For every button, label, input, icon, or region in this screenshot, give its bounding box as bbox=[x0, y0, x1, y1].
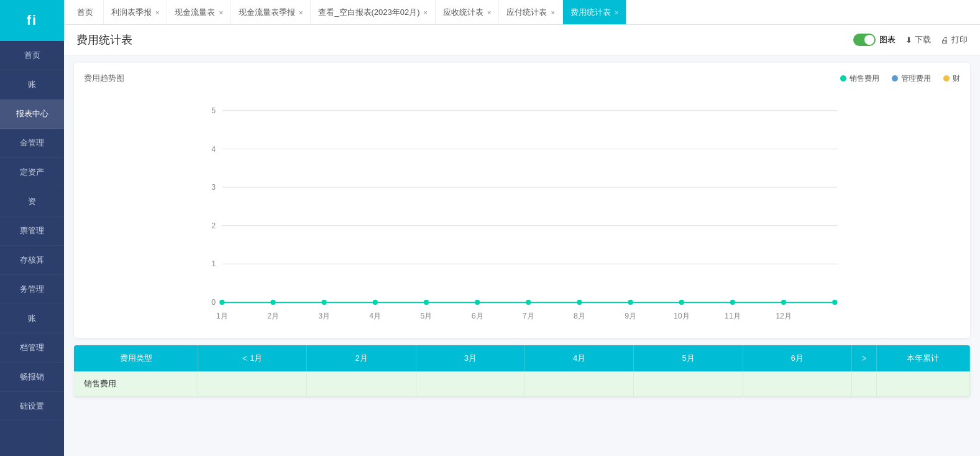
sidebar-item-sales[interactable]: 畅报销 bbox=[0, 363, 64, 392]
chart-legend: 销售费用 管理费用 财 bbox=[840, 73, 960, 84]
content-area: 费用统计表 图表 ⬇ 下载 🖨 打印 费用趋势图 bbox=[64, 25, 980, 456]
td-m4 bbox=[525, 371, 634, 396]
th-m2: 2月 bbox=[307, 345, 416, 371]
expense-chart: 5 4 3 2 1 0 bbox=[84, 91, 960, 328]
legend-dot-finance bbox=[943, 75, 950, 81]
svg-point-20 bbox=[577, 300, 582, 305]
th-type: 费用类型 bbox=[74, 345, 198, 371]
sidebar: fi 首页 账 报表中心 金管理 定资产 资 票管理 存核算 务管理 账 档管理… bbox=[0, 0, 64, 456]
tab-ar-stats[interactable]: 应收统计表 × bbox=[436, 0, 499, 24]
download-icon: ⬇ bbox=[905, 35, 912, 45]
sidebar-item-archive[interactable]: 档管理 bbox=[0, 333, 64, 363]
th-ytd: 本年累计 bbox=[877, 345, 970, 371]
chart-section: 费用趋势图 销售费用 管理费用 财 bbox=[74, 63, 970, 338]
svg-point-19 bbox=[526, 300, 531, 305]
svg-point-13 bbox=[219, 300, 224, 305]
td-ytd bbox=[877, 371, 970, 396]
svg-point-15 bbox=[322, 300, 327, 305]
chart-toggle[interactable] bbox=[853, 34, 876, 46]
svg-text:11月: 11月 bbox=[725, 312, 741, 320]
chart-toggle-label: 图表 bbox=[879, 34, 895, 45]
legend-label-finance: 财 bbox=[953, 73, 960, 84]
tab-cashflow[interactable]: 现金流量表 × bbox=[167, 0, 231, 24]
close-ar-stats-tab[interactable]: × bbox=[487, 9, 491, 16]
sidebar-item-fund[interactable]: 金管理 bbox=[0, 129, 64, 158]
svg-point-24 bbox=[781, 300, 786, 305]
th-m1-label: 1月 bbox=[250, 353, 262, 364]
close-cashflow-quarterly-tab[interactable]: × bbox=[299, 9, 303, 16]
th-m3: 3月 bbox=[416, 345, 525, 371]
svg-text:10月: 10月 bbox=[674, 312, 690, 320]
svg-text:6月: 6月 bbox=[472, 312, 483, 320]
svg-text:4月: 4月 bbox=[369, 312, 381, 320]
sidebar-item-home[interactable]: 首页 bbox=[0, 41, 64, 70]
svg-text:4: 4 bbox=[211, 145, 216, 154]
chart-toggle-wrap: 图表 bbox=[853, 34, 895, 46]
svg-point-22 bbox=[679, 300, 684, 305]
tab-cashflow-quarterly[interactable]: 现金流量表季报 × bbox=[231, 0, 311, 24]
svg-text:1: 1 bbox=[211, 259, 216, 268]
table-row: 销售费用 bbox=[74, 371, 970, 397]
prev-arrow-icon[interactable]: < bbox=[242, 353, 247, 363]
legend-finance-expense: 财 bbox=[943, 73, 960, 84]
sidebar-item-invoice[interactable]: 票管理 bbox=[0, 216, 64, 246]
td-type: 销售费用 bbox=[74, 371, 198, 396]
main-area: 首页 利润表季报 × 现金流量表 × 现金流量表季报 × 查看_空白报表(202… bbox=[64, 0, 980, 456]
next-arrow-icon[interactable]: > bbox=[861, 353, 866, 363]
download-button[interactable]: ⬇ 下载 bbox=[905, 34, 931, 45]
svg-point-25 bbox=[832, 300, 837, 305]
close-profit-tab[interactable]: × bbox=[155, 9, 159, 16]
header-actions: 图表 ⬇ 下载 🖨 打印 bbox=[853, 34, 968, 46]
td-m1 bbox=[198, 371, 307, 396]
chart-container: 5 4 3 2 1 0 bbox=[84, 91, 960, 328]
svg-point-23 bbox=[730, 300, 735, 305]
tab-blank-report[interactable]: 查看_空白报表(2023年02月) × bbox=[311, 0, 436, 24]
th-prev[interactable]: < 1月 bbox=[198, 345, 307, 371]
page-header: 费用统计表 图表 ⬇ 下载 🖨 打印 bbox=[64, 25, 980, 55]
sidebar-scroll: 首页 账 报表中心 金管理 定资产 资 票管理 存核算 务管理 账 档管理 畅报… bbox=[0, 41, 64, 456]
close-blank-report-tab[interactable]: × bbox=[424, 9, 428, 16]
svg-point-17 bbox=[424, 300, 429, 305]
sidebar-item-investment[interactable]: 资 bbox=[0, 187, 64, 216]
close-ap-stats-tab[interactable]: × bbox=[551, 9, 554, 16]
sidebar-item-report-center[interactable]: 报表中心 bbox=[0, 100, 64, 129]
td-m3 bbox=[416, 371, 525, 396]
chart-header: 费用趋势图 销售费用 管理费用 财 bbox=[84, 73, 960, 84]
tab-profit[interactable]: 利润表季报 × bbox=[104, 0, 167, 24]
td-m6 bbox=[743, 371, 852, 396]
svg-text:2月: 2月 bbox=[267, 312, 279, 320]
app-logo: fi bbox=[0, 0, 64, 41]
td-m2 bbox=[307, 371, 416, 396]
table-header: 费用类型 < 1月 2月 3月 4月 5月 6月 > 本年累计 bbox=[74, 345, 970, 371]
sidebar-item-inventory[interactable]: 存核算 bbox=[0, 246, 64, 275]
th-next[interactable]: > bbox=[852, 345, 877, 371]
sidebar-item-fixed-assets[interactable]: 定资产 bbox=[0, 158, 64, 187]
tab-bar: 首页 利润表季报 × 现金流量表 × 现金流量表季报 × 查看_空白报表(202… bbox=[64, 0, 980, 25]
sidebar-item-service[interactable]: 务管理 bbox=[0, 275, 64, 304]
sidebar-item-settings[interactable]: 础设置 bbox=[0, 392, 64, 421]
th-m5: 5月 bbox=[634, 345, 743, 371]
print-icon: 🖨 bbox=[941, 35, 949, 45]
svg-text:9月: 9月 bbox=[625, 312, 636, 320]
close-cashflow-tab[interactable]: × bbox=[219, 9, 222, 16]
svg-text:8月: 8月 bbox=[574, 312, 585, 320]
svg-text:5: 5 bbox=[211, 106, 216, 115]
svg-text:3: 3 bbox=[211, 183, 216, 192]
svg-point-14 bbox=[270, 300, 275, 305]
page-title: 费用统计表 bbox=[76, 32, 132, 47]
chart-title: 费用趋势图 bbox=[84, 73, 124, 84]
tab-ap-stats[interactable]: 应付统计表 × bbox=[499, 0, 562, 24]
svg-text:3月: 3月 bbox=[318, 312, 330, 320]
print-button[interactable]: 🖨 打印 bbox=[941, 34, 968, 45]
svg-text:2: 2 bbox=[211, 221, 216, 230]
tab-expense-stats[interactable]: 费用统计表 × bbox=[563, 0, 626, 24]
sidebar-item-ledger[interactable]: 账 bbox=[0, 70, 64, 100]
sidebar-item-ar[interactable]: 账 bbox=[0, 304, 64, 333]
close-expense-stats-tab[interactable]: × bbox=[615, 9, 618, 16]
th-m4: 4月 bbox=[525, 345, 634, 371]
tab-home[interactable]: 首页 bbox=[67, 0, 104, 24]
svg-text:5月: 5月 bbox=[421, 312, 433, 320]
td-nav bbox=[852, 371, 877, 396]
legend-management-expense: 管理费用 bbox=[892, 73, 931, 84]
svg-text:7月: 7月 bbox=[523, 312, 534, 320]
